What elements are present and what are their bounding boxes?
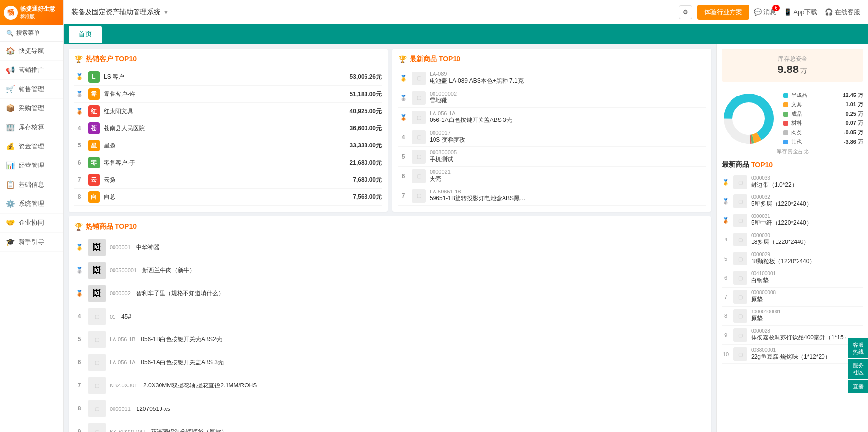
customer-row: 8 向 向总 7,563.00元: [74, 189, 382, 206]
newest-product-row: 4 ▢ 0000030 18多层（1220*2440）: [722, 230, 863, 249]
service-community-btn[interactable]: 服务社区: [848, 359, 868, 379]
rank-number: 🥈: [74, 267, 84, 274]
dropdown-icon[interactable]: ▼: [163, 9, 169, 15]
rank-number: 6: [722, 275, 730, 281]
live-btn[interactable]: 直播: [848, 380, 868, 393]
rank-number: 5: [398, 153, 408, 160]
stock-total-label: 库存总资金: [728, 55, 857, 63]
product-code: 003800001: [751, 347, 863, 353]
rank-number: 7: [722, 294, 730, 300]
sidebar-icon: 🎓: [6, 238, 15, 246]
product-name: 雪地靴: [430, 96, 457, 105]
donut-chart-container: 半成品 12.45 万 文具 1.01 万 成品 0.25 万 材料 0.07 …: [722, 87, 863, 155]
product-info: 0000029 18颗粒板（1220*2440）: [751, 252, 863, 265]
sidebar-item-资金管理[interactable]: 💰 资金管理: [0, 137, 63, 156]
sidebar-items-container: 🏠 快捷导航📢 营销推广🛒 销售管理📦 采购管理🏢 库存核算💰 资金管理📊 经营…: [0, 42, 63, 252]
app-download-label: App下载: [793, 8, 817, 16]
product-code: LA-056-1A: [110, 360, 136, 365]
stock-total-unit: 万: [800, 67, 807, 74]
rank-number: 10: [722, 351, 730, 357]
customer-amount: 33,333.00元: [350, 142, 382, 150]
sidebar-item-快捷导航[interactable]: 🏠 快捷导航: [0, 42, 63, 61]
sidebar-icon: 📦: [6, 104, 15, 113]
content-right: 库存总资金 9.88 万: [716, 44, 868, 432]
product-name: 手机测试: [430, 155, 457, 164]
content: 🏆 热销客户 TOP10 🥇 L LS 客户 53,006.26元 🥈 零 零售…: [64, 44, 868, 432]
product-code: 000800005: [430, 149, 457, 155]
service-hotline-btn[interactable]: 客服热线: [848, 338, 868, 359]
customer-row: 🥇 L LS 客户 53,006.26元: [74, 69, 382, 86]
sidebar-item-基础信息[interactable]: 📋 基础信息: [0, 175, 63, 194]
product-info: LA-089 电池盖 LA-089 ABS本色+黑种 7.1克: [430, 71, 524, 85]
rank-number: 6: [74, 359, 84, 366]
product-name: 电池盖 LA-089 ABS本色+黑种 7.1克: [430, 77, 524, 85]
product-img-placeholder: ▢: [733, 175, 747, 189]
online-service-label: 在线客服: [835, 8, 860, 16]
sidebar-item-企业协同[interactable]: 🤝 企业协同: [0, 214, 63, 233]
sidebar-logo: 畅 畅捷通好生意 标准版: [0, 0, 63, 25]
product-name: 封边带（1.0*22）: [751, 181, 863, 189]
new-product-left-row: 🥉 ▢ LA-056-1A 056-1A白色按键开关盖ABS 3壳: [398, 108, 706, 127]
legend-item: 文具 1.01 万: [783, 101, 863, 108]
customer-row: 6 零 零售客户-于 21,680.00元: [74, 154, 382, 171]
gear-button[interactable]: ⚙: [679, 5, 692, 19]
sidebar-icon: 💰: [6, 142, 15, 151]
customer-row: 🥈 零 零售客户-许 51,183.00元: [74, 86, 382, 103]
product-info: 003800001 22g鱼豆腐-烧烤味（1*12*20）: [751, 347, 863, 361]
app-download-button[interactable]: 📱 App下载: [784, 8, 817, 17]
product-img: ▢: [412, 189, 426, 203]
messages-button[interactable]: 💬 消息 6: [754, 8, 777, 17]
product-code: 004100001: [751, 271, 863, 276]
product-info: LA-056-1A 056-1A白色按键开关盖ABS 3壳: [110, 359, 224, 367]
sidebar-item-营销推广[interactable]: 📢 营销推广: [0, 61, 63, 80]
customer-badge: 云: [88, 174, 100, 186]
sidebar-item-label: 销售管理: [19, 85, 44, 94]
app-subtitle: 标准版: [20, 13, 55, 20]
legend-value: 1.01 万: [846, 101, 863, 108]
hot-products-card: 🏆 热销商品 TOP10 🥇 🖼 0000001 中华神器 🥈 🖼 000500…: [69, 216, 711, 432]
product-info: 0000017 10S 变档罗孜: [430, 130, 465, 144]
product-img-placeholder: ▢: [733, 214, 747, 227]
online-service-button[interactable]: 🎧 在线客服: [825, 8, 860, 17]
newest-product-row: 9 ▢ 0000028 体彻嘉枚味苏打饮品400毫升（1*15）: [722, 326, 863, 345]
experience-button[interactable]: 体验行业方案: [697, 5, 749, 20]
rank-number: 4: [722, 237, 730, 242]
legend-value: -3.86 万: [844, 138, 863, 145]
logo-icon: 畅: [4, 6, 18, 20]
hot-product-row: 6 ▢ LA-056-1A 056-1A白色按键开关盖ABS 3壳: [74, 351, 706, 374]
product-info: 0000033 封边带（1.0*22）: [751, 175, 863, 189]
sidebar-item-销售管理[interactable]: 🛒 销售管理: [0, 80, 63, 99]
sidebar-item-采购管理[interactable]: 📦 采购管理: [0, 99, 63, 118]
sidebar-item-系统管理[interactable]: ⚙️ 系统管理: [0, 194, 63, 214]
sidebar-item-库存核算[interactable]: 🏢 库存核算: [0, 118, 63, 137]
product-code: NB2.0X30B: [110, 383, 137, 388]
product-name: 45#: [121, 313, 131, 320]
customer-badge: 红: [88, 105, 100, 117]
sidebar-item-label: 新手引导: [19, 238, 44, 246]
top-customers-label: 热销客户 TOP10: [86, 55, 137, 64]
top-customers-card: 🏆 热销客户 TOP10 🥇 L LS 客户 53,006.26元 🥈 零 零售…: [69, 49, 388, 212]
new-product-left-row: 7 ▢ LA-59651-1B 59651-1B旋转投影灯电池盒ABS黑色+58…: [398, 186, 706, 206]
product-name: 智利车子里（规格不知道填什么）: [136, 290, 224, 297]
new-product-left-row: 🥈 ▢ 001000002 雪地靴: [398, 88, 706, 108]
product-code: 0000017: [430, 130, 465, 136]
rank-number: 8: [722, 313, 730, 319]
new-product-left-row: 5 ▢ 000800005 手机测试: [398, 147, 706, 167]
product-img-placeholder: ▢: [733, 328, 747, 342]
product-info: 01 45#: [110, 313, 131, 320]
product-code: 0000021: [430, 169, 451, 175]
sidebar-item-新手引导[interactable]: 🎓 新手引导: [0, 233, 63, 252]
newest-product-row: 8 ▢ 10000100001 原垫: [722, 307, 863, 326]
sidebar-icon: 📢: [6, 66, 15, 74]
product-img-placeholder: ▢: [733, 271, 747, 285]
sidebar-item-经营管理[interactable]: 📊 经营管理: [0, 156, 63, 175]
legend-item: 其他 -3.86 万: [783, 138, 863, 145]
rank-number: 7: [398, 192, 408, 199]
stock-total-value: 9.88: [777, 63, 799, 75]
tab-home[interactable]: 首页: [69, 26, 102, 43]
product-name: 体彻嘉枚味苏打饮品400毫升（1*15）: [751, 334, 863, 342]
customer-name: 向总: [104, 193, 349, 201]
product-info: 000800008 原垫: [751, 290, 863, 304]
sidebar-search[interactable]: 🔍 搜索菜单: [0, 25, 63, 42]
product-name: 中华神器: [136, 244, 160, 251]
